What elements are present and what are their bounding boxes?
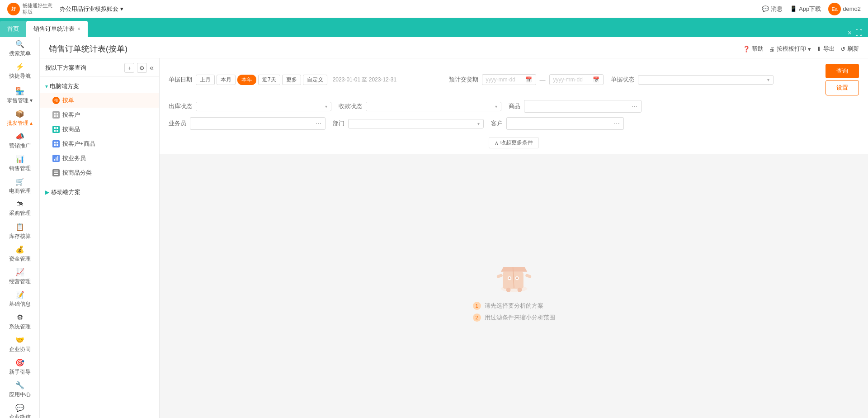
quick-nav-icon: ⚡ (15, 62, 24, 71)
date-shortcuts: 上月 本月 本年 近7天 更多 自定义 (196, 75, 327, 85)
filter-area: 单据日期 上月 本月 本年 近7天 更多 自定义 2023-01-01 至 20… (160, 58, 868, 154)
sidebar-item-wholesale[interactable]: 📦 批发管理 ▴ (0, 107, 39, 129)
query-buttons-area: 查询 设置 (826, 64, 859, 95)
scheme-item-by-salesperson[interactable]: 按业务员 (40, 151, 159, 166)
scheme-item-by-product[interactable]: 按商品 (40, 122, 159, 137)
print-icon: 🖨 (769, 46, 775, 52)
tab-home[interactable]: 首页 (0, 21, 26, 37)
filter-col-ship: 出库状态 ▾ (169, 102, 331, 111)
filter-col-department: 部门 ▾ (333, 119, 484, 128)
sidebar-item-quick-nav[interactable]: ⚡ 快捷导航 (0, 60, 39, 82)
delivery-end-input[interactable]: yyyy-mm-dd 📅 (549, 74, 604, 85)
by-salesperson-icon (52, 155, 60, 162)
sidebar-item-finance[interactable]: 💰 资金管理 (0, 242, 39, 265)
payment-caret-icon: ▾ (495, 104, 497, 109)
top-bar-right: 💬 消息 📱 App下载 Ea demo2 (762, 3, 861, 15)
department-caret-icon: ▾ (477, 121, 480, 126)
message-button[interactable]: 💬 消息 (762, 5, 783, 13)
export-button[interactable]: ⬇ 导出 (816, 45, 835, 53)
search-icon: 🔍 (15, 40, 24, 48)
user-menu[interactable]: Ea demo2 (828, 3, 861, 15)
sidebar-item-inventory[interactable]: 📋 库存核算 (0, 220, 39, 242)
settings-button[interactable]: 设置 (826, 80, 859, 95)
filter-row-1: 单据日期 上月 本月 本年 近7天 更多 自定义 2023-01-01 至 20… (169, 64, 859, 95)
chevron-right-icon: ▶ (45, 189, 49, 195)
svg-rect-6 (54, 130, 56, 132)
product-select[interactable]: ··· (524, 100, 642, 113)
sidebar-item-retail[interactable]: 🏪 零售管理 ▾ (0, 84, 39, 107)
sidebar-item-sales[interactable]: 📊 销售管理 (0, 152, 39, 175)
filter-col-product: 商品 ··· (509, 100, 642, 113)
this-year-btn[interactable]: 本年 (237, 75, 256, 85)
svg-rect-14 (57, 156, 58, 161)
sidebar-item-guide[interactable]: 🎯 新手引导 (0, 356, 39, 378)
sidebar-item-purchase[interactable]: 🛍 采购管理 (0, 197, 39, 220)
by-product-icon (52, 126, 60, 133)
date-filter-label: 单据日期 (169, 76, 192, 84)
scheme-mobile-group-header[interactable]: ▶ 移动端方案 (40, 185, 159, 199)
scheme-panel-title: 按以下方案查询 (45, 64, 86, 72)
sidebar-item-marketing[interactable]: 📣 营销推广 (0, 129, 39, 152)
ship-status-label: 出库状态 (169, 102, 192, 110)
tab-sales-order-stats[interactable]: 销售订单统计表 × (26, 21, 88, 37)
delivery-start-placeholder: yyyy-mm-dd (486, 76, 515, 83)
sidebar-item-wechat[interactable]: 💬 企业微信 (0, 401, 39, 418)
payment-status-select[interactable]: ▾ (366, 102, 501, 111)
sidebar-item-basic-info[interactable]: 📝 基础信息 (0, 288, 39, 310)
product-label: 商品 (509, 102, 520, 110)
salesperson-select[interactable]: ··· (190, 117, 326, 130)
scheme-collapse-button[interactable]: « (150, 64, 154, 72)
download-icon: 📱 (790, 5, 797, 12)
scheme-item-by-order[interactable]: 按 按单 (40, 93, 159, 108)
sidebar-item-app-center[interactable]: 🔧 应用中心 (0, 378, 39, 401)
scheme-item-by-customer[interactable]: 按客户 (40, 108, 159, 122)
tab-maximize-icon[interactable]: ⛶ (855, 29, 863, 37)
by-order-icon: 按 (52, 97, 60, 104)
ship-status-select[interactable]: ▾ (196, 102, 331, 111)
ship-caret-icon: ▾ (325, 104, 327, 109)
wholesale-icon: 📦 (15, 109, 24, 118)
refresh-button[interactable]: ↺ 刷新 (840, 45, 859, 53)
collapse-bar-button[interactable]: ∧ 收起更多条件 (489, 137, 539, 148)
scheme-mobile-group-label: 移动端方案 (51, 188, 80, 196)
svg-rect-16 (54, 172, 58, 173)
more-btn[interactable]: 更多 (282, 75, 301, 85)
scheme-settings-button[interactable]: ⚙ (137, 63, 147, 73)
last7days-btn[interactable]: 近7天 (258, 75, 280, 85)
scheme-item-by-customer-product[interactable]: 按客户+商品 (40, 137, 159, 151)
customer-select[interactable]: ··· (506, 117, 624, 130)
custom-btn[interactable]: 自定义 (303, 75, 327, 85)
content-area: 销售订单统计表(按单) ❓ 帮助 🖨 按模板打印 ▾ ⬇ 导出 ↺ 刷新 (40, 37, 868, 418)
scheme-add-button[interactable]: + (124, 63, 134, 73)
order-status-select[interactable]: ▾ (638, 75, 774, 85)
date-separator: — (540, 76, 546, 83)
empty-hints: 1 请先选择要分析的方案 2 用过滤条件来缩小分析范围 (473, 302, 555, 322)
print-button[interactable]: 🖨 按模板打印 ▾ (769, 45, 811, 53)
sidebar-item-business[interactable]: 📈 经营管理 (0, 265, 39, 288)
delivery-start-input[interactable]: yyyy-mm-dd 📅 (482, 74, 536, 85)
query-button[interactable]: 查询 (826, 64, 859, 78)
sidebar-item-search[interactable]: 🔍 搜索菜单 (0, 37, 39, 60)
tab-minimize-icon[interactable]: × (848, 29, 852, 37)
filter-col-date: 单据日期 上月 本月 本年 近7天 更多 自定义 2023-01-01 至 20… (169, 75, 396, 85)
department-select[interactable]: ▾ (348, 119, 484, 128)
collapse-up-icon: ∧ (495, 140, 499, 146)
sidebar-item-ecommerce[interactable]: 🛒 电商管理 (0, 175, 39, 197)
avatar: Ea (828, 3, 841, 15)
customer-dots-icon: ··· (614, 119, 620, 128)
help-button[interactable]: ❓ 帮助 (743, 45, 764, 53)
tab-close-icon[interactable]: × (77, 26, 80, 32)
app-center-icon: 🔧 (15, 381, 24, 390)
business-icon: 📈 (15, 268, 24, 276)
app-download-button[interactable]: 📱 App下载 (790, 5, 821, 13)
sidebar-item-enterprise[interactable]: 🤝 企业协同 (0, 333, 39, 356)
calendar-icon: 📅 (525, 76, 532, 83)
scheme-item-by-category[interactable]: 按商品分类 (40, 166, 159, 180)
sidebar-item-system[interactable]: ⚙ 系统管理 (0, 310, 39, 333)
top-bar-left: 好 畅捷通好生意 标版 办公用品行业模拟账套 ▾ (7, 3, 123, 15)
purchase-icon: 🛍 (16, 200, 24, 208)
this-month-btn[interactable]: 本月 (217, 75, 236, 85)
guide-icon: 🎯 (15, 358, 24, 367)
scheme-pc-group-header[interactable]: ▾ 电脑端方案 (40, 80, 159, 93)
last-month-btn[interactable]: 上月 (196, 75, 215, 85)
